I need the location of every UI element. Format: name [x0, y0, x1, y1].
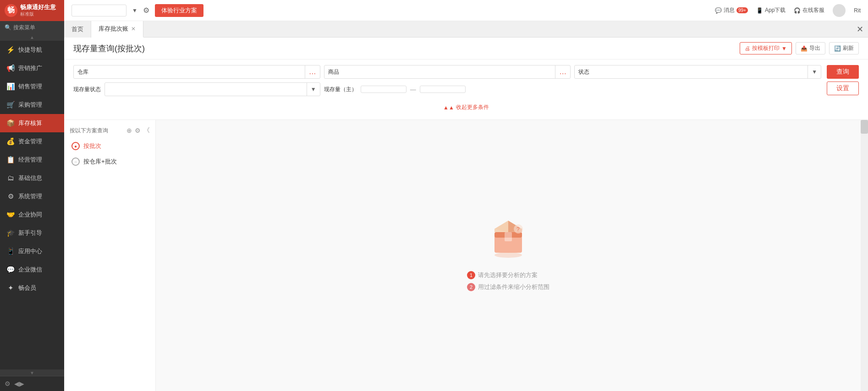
app-subtitle: 标准版 — [20, 11, 56, 17]
scheme-item-active-icon: ● — [71, 142, 80, 150]
scheme-collapse-btn[interactable]: 《 — [143, 126, 150, 135]
weixin-icon: 💬 — [6, 266, 15, 274]
sidebar-item-guide[interactable]: 🎓 新手引导 — [0, 224, 64, 242]
messages-btn[interactable]: 💬 消息 99+ — [715, 6, 748, 14]
right-scrollbar — [861, 120, 868, 391]
operation-icon: 📋 — [6, 156, 15, 164]
sales-icon: 📊 — [6, 82, 15, 91]
tab-home-label: 首页 — [71, 25, 83, 33]
svg-rect-3 — [505, 232, 512, 241]
online-service-btn[interactable]: 🎧 在线客服 — [794, 6, 824, 14]
status-label: 状态 — [575, 68, 593, 76]
warehouse-dots-btn[interactable]: … — [305, 65, 320, 78]
inventory-qty-to[interactable] — [420, 86, 466, 93]
refresh-icon: 🔄 — [834, 45, 841, 52]
sidebar-item-label: 应用中心 — [18, 247, 42, 255]
sidebar-item-label: 营销推广 — [18, 64, 42, 72]
product-input[interactable] — [343, 65, 555, 78]
topbar: ▼ ⚙ 体验行业方案 💬 消息 99+ 📱 App下载 🎧 在线客服 Rit — [64, 0, 868, 21]
toggle-sidebar-icon[interactable]: ◀▶ — [14, 380, 24, 387]
inventory-status-dropdown-btn[interactable]: ▼ — [307, 83, 320, 96]
empty-illustration: ? — [485, 216, 531, 262]
tab-close-icon[interactable]: ✕ — [131, 26, 136, 32]
sidebar-header: 畅 畅康通好生意 标准版 — [0, 0, 64, 21]
tab-bar: 首页 库存批次账 ✕ ✕ — [64, 21, 868, 38]
inventory-qty-group: 现存量（主） — — [324, 86, 571, 93]
scroll-down-btn[interactable]: ▼ — [0, 369, 64, 376]
tip-num-2: 2 — [467, 283, 475, 291]
tab-bar-close-btn[interactable]: ✕ — [852, 21, 868, 38]
sidebar-item-label: 快捷导航 — [18, 46, 42, 54]
topbar-dropdown-btn[interactable]: ▼ — [132, 7, 137, 14]
sidebar-item-label: 采购管理 — [18, 101, 42, 109]
sidebar-item-marketing[interactable]: 📢 营销推广 — [0, 59, 64, 77]
topbar-gear-icon[interactable]: ⚙ — [143, 6, 149, 15]
settings-btn[interactable]: 设置 — [827, 81, 859, 95]
sidebar-item-app-center[interactable]: 📱 应用中心 — [0, 242, 64, 261]
message-icon: 💬 — [715, 7, 722, 14]
content-body: 按以下方案查询 ⊕ ⚙ 《 ● 按批次 ○ 按仓库+批次 — [64, 120, 868, 391]
scheme-item-by-batch[interactable]: ● 按批次 — [64, 138, 155, 154]
basic-icon: 🗂 — [6, 174, 15, 182]
sidebar-item-basic[interactable]: 🗂 基础信息 — [0, 169, 64, 187]
username[interactable]: Rit — [854, 7, 861, 14]
inventory-status-select[interactable]: ▼ — [104, 82, 320, 96]
scheme-header: 按以下方案查询 ⊕ ⚙ 《 — [64, 125, 155, 138]
status-dropdown-btn[interactable]: ▼ — [808, 65, 821, 78]
sidebar-item-label: 新手引导 — [18, 229, 42, 237]
scroll-up-btn[interactable]: ▲ — [0, 34, 64, 41]
refresh-btn[interactable]: 🔄 刷新 — [829, 42, 859, 54]
sidebar-item-label: 销售管理 — [18, 82, 42, 91]
status-field: 状态 ▼ — [574, 65, 821, 79]
collapse-row[interactable]: ▲▲ 收起更多条件 — [73, 101, 859, 114]
sidebar-item-finance[interactable]: 💰 资金管理 — [0, 132, 64, 151]
sidebar-item-label: 企业协同 — [18, 211, 42, 219]
sidebar-item-weixin[interactable]: 💬 企业微信 — [0, 261, 64, 279]
app-download-btn[interactable]: 📱 App下载 — [756, 6, 786, 14]
svg-marker-6 — [494, 221, 508, 232]
sidebar-item-inventory[interactable]: 📦 库存核算 — [0, 114, 64, 132]
scrollbar-thumb[interactable] — [861, 120, 868, 134]
inventory-qty-label: 现存量（主） — [324, 86, 357, 93]
sidebar-item-label: 基础信息 — [18, 174, 42, 182]
export-btn[interactable]: 📤 导出 — [796, 42, 825, 54]
topbar-search-input[interactable] — [71, 5, 126, 16]
scheme-settings-btn[interactable]: ⚙ — [135, 127, 141, 134]
sidebar-item-purchase[interactable]: 🛒 采购管理 — [0, 96, 64, 114]
export-icon: 📤 — [801, 45, 808, 52]
sidebar-item-operation[interactable]: 📋 经营管理 — [0, 151, 64, 169]
sidebar-item-quick-nav[interactable]: ⚡ 快捷导航 — [0, 41, 64, 59]
sidebar-item-enterprise[interactable]: 🤝 企业协同 — [0, 206, 64, 224]
print-btn[interactable]: 🖨 按模板打印 ▼ — [740, 42, 792, 54]
page-header: 现存量查询(按批次) 🖨 按模板打印 ▼ 📤 导出 🔄 刷新 — [64, 38, 868, 60]
scheme-item-inactive-icon: ○ — [71, 157, 80, 166]
collapse-up-icon: ▲▲ — [443, 104, 454, 111]
scheme-add-btn[interactable]: ⊕ — [126, 127, 132, 134]
inventory-icon: 📦 — [6, 119, 15, 127]
avatar[interactable] — [833, 4, 846, 17]
app-center-icon: 📱 — [6, 247, 15, 255]
sidebar: 畅 畅康通好生意 标准版 🔍 搜索菜单 ▲ ⚡ 快捷导航 📢 营销推广 📊 销售… — [0, 0, 64, 391]
settings-footer-icon[interactable]: ⚙ — [5, 380, 11, 387]
scrollbar-track[interactable] — [861, 120, 868, 391]
refresh-label: 刷新 — [843, 44, 854, 52]
sidebar-item-member[interactable]: ✦ 畅会员 — [0, 279, 64, 297]
sidebar-item-system[interactable]: ⚙ 系统管理 — [0, 187, 64, 206]
empty-tip-2: 2 用过滤条件来缩小分析范围 — [467, 283, 549, 291]
search-menu[interactable]: 🔍 搜索菜单 — [0, 21, 64, 34]
product-dots-btn[interactable]: … — [555, 65, 570, 78]
tab-home[interactable]: 首页 — [64, 21, 91, 38]
sidebar-item-label: 企业微信 — [18, 266, 42, 274]
inventory-qty-from[interactable] — [361, 86, 407, 93]
tab-inventory-batch[interactable]: 库存批次账 ✕ — [91, 21, 143, 38]
filter-panel: 仓库 … 商品 … 状态 — [64, 60, 868, 120]
svg-text:?: ? — [516, 226, 520, 233]
warehouse-input[interactable] — [92, 65, 305, 78]
page-actions: 🖨 按模板打印 ▼ 📤 导出 🔄 刷新 — [740, 42, 859, 54]
query-btn[interactable]: 查询 — [827, 65, 859, 79]
sidebar-item-sales[interactable]: 📊 销售管理 — [0, 77, 64, 96]
scheme-item-by-warehouse-batch[interactable]: ○ 按仓库+批次 — [64, 154, 155, 169]
warehouse-label: 仓库 — [74, 68, 92, 76]
system-icon: ⚙ — [6, 192, 15, 201]
experience-btn[interactable]: 体验行业方案 — [155, 4, 203, 17]
